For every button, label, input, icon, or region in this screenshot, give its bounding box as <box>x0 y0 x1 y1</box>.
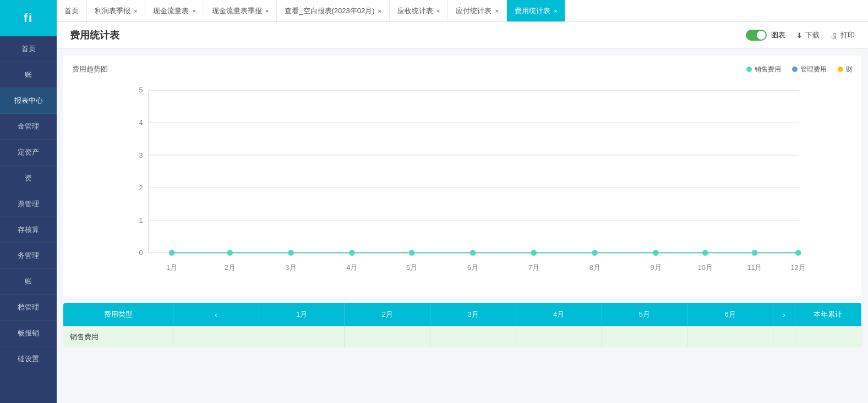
table-row: 销售费用 <box>63 326 861 347</box>
download-button[interactable]: ⬇ 下载 <box>796 30 820 40</box>
sidebar-item-files[interactable]: 档管理 <box>0 295 57 321</box>
tab-payable-close[interactable]: × <box>495 8 498 14</box>
sidebar-item-sales[interactable]: 畅报销 <box>0 321 57 346</box>
chart-toggle[interactable] <box>746 30 767 41</box>
svg-text:10月: 10月 <box>698 264 713 272</box>
svg-text:9月: 9月 <box>650 264 661 272</box>
next-icon[interactable]: › <box>783 311 785 319</box>
print-label: 打印 <box>840 30 855 40</box>
prev-icon[interactable]: ‹ <box>215 311 217 319</box>
sidebar-logo: fi <box>0 0 57 36</box>
expense-table: 费用类型 ‹ 1月 2月 3月 4月 5月 6月 › 本年累计 销售费用 <box>63 303 861 347</box>
legend-finance-label: 财 <box>846 65 853 74</box>
data-point <box>752 250 758 256</box>
col-m4: 4月 <box>516 303 602 326</box>
svg-text:1: 1 <box>139 217 143 224</box>
legend-sales-label: 销售费用 <box>755 65 781 74</box>
tab-blank-report-close[interactable]: × <box>378 8 381 14</box>
svg-text:7月: 7月 <box>528 264 539 272</box>
print-button[interactable]: 🖨 打印 <box>831 30 855 40</box>
legend-finance: 财 <box>838 65 853 74</box>
cell-m5 <box>602 327 688 347</box>
tab-cashflow-q-close[interactable]: × <box>265 8 269 14</box>
tab-receivable[interactable]: 应收统计表 × <box>390 0 448 21</box>
col-total: 本年累计 <box>795 303 861 326</box>
cell-empty-nav <box>173 327 259 347</box>
sidebar-item-reports[interactable]: 报表中心 <box>0 88 57 114</box>
tab-profit-close[interactable]: × <box>134 8 137 14</box>
sidebar-item-settings[interactable]: 础设置 <box>0 346 57 372</box>
col-type: 费用类型 <box>63 303 173 326</box>
svg-text:11月: 11月 <box>747 264 762 272</box>
tab-cashflow-q[interactable]: 现金流量表季报 × <box>204 0 277 21</box>
tab-bar: 首页 利润表季报 × 现金流量表 × 现金流量表季报 × 查看_空白报表(202… <box>57 0 868 22</box>
chart-toggle-wrap: 图表 <box>746 30 785 41</box>
sidebar-item-funds[interactable]: 金管理 <box>0 114 57 140</box>
data-point <box>470 250 476 256</box>
sidebar-item-accounts[interactable]: 账 <box>0 269 57 295</box>
sidebar-item-ledger[interactable]: 账 <box>0 62 57 88</box>
col-m2: 2月 <box>345 303 430 326</box>
data-point <box>653 250 659 256</box>
legend-admin-label: 管理费用 <box>800 65 827 74</box>
tab-profit[interactable]: 利润表季报 × <box>87 0 145 21</box>
sidebar: fi 首页 账 报表中心 金管理 定资产 资 票管理 存核算 务管理 账 档管理… <box>0 0 57 403</box>
cell-nav-empty <box>773 327 795 347</box>
legend-sales-dot <box>746 67 752 72</box>
col-m3: 3月 <box>430 303 516 326</box>
sidebar-item-inventory[interactable]: 存核算 <box>0 217 57 243</box>
data-point <box>795 250 801 256</box>
chart-toggle-label: 图表 <box>771 30 785 40</box>
svg-text:12月: 12月 <box>791 264 806 272</box>
cell-m6 <box>687 327 773 347</box>
tab-receivable-close[interactable]: × <box>436 8 440 14</box>
chart-section: 费用趋势图 销售费用 管理费用 财 <box>63 56 861 296</box>
svg-text:8月: 8月 <box>589 264 600 272</box>
data-point <box>531 250 537 256</box>
page-header: 费用统计表 图表 ⬇ 下载 🖨 打印 <box>57 22 868 49</box>
sidebar-item-home[interactable]: 首页 <box>0 36 57 62</box>
sidebar-item-services[interactable]: 务管理 <box>0 243 57 269</box>
cell-m4 <box>516 327 602 347</box>
chart-container: 0 1 2 3 4 5 1月 2月 3月 4月 5月 6月 7月 8月 9月 <box>72 79 853 288</box>
trend-chart: 0 1 2 3 4 5 1月 2月 3月 4月 5月 6月 7月 8月 9月 <box>72 79 853 288</box>
svg-text:6月: 6月 <box>467 264 478 272</box>
svg-text:4月: 4月 <box>346 264 357 272</box>
header-actions: 图表 ⬇ 下载 🖨 打印 <box>746 30 855 41</box>
tab-expense[interactable]: 费用统计表 × <box>507 0 565 21</box>
svg-text:5: 5 <box>139 86 143 94</box>
data-point <box>409 250 415 256</box>
svg-text:5月: 5月 <box>406 264 417 272</box>
col-m6: 6月 <box>687 303 773 326</box>
tab-blank-report[interactable]: 查看_空白报表(2023年02月) × <box>277 0 390 21</box>
main-area: 首页 利润表季报 × 现金流量表 × 现金流量表季报 × 查看_空白报表(202… <box>57 0 868 403</box>
svg-text:0: 0 <box>139 249 143 257</box>
tab-expense-close[interactable]: × <box>554 8 557 14</box>
sidebar-item-bills[interactable]: 票管理 <box>0 191 57 217</box>
data-point <box>702 250 708 256</box>
svg-text:2月: 2月 <box>225 264 236 272</box>
content-area: 费用统计表 图表 ⬇ 下载 🖨 打印 费用趋势图 <box>57 22 868 403</box>
col-m5: 5月 <box>602 303 688 326</box>
tab-cashflow-close[interactable]: × <box>192 8 195 14</box>
tab-payable[interactable]: 应付统计表 × <box>448 0 506 21</box>
tab-home[interactable]: 首页 <box>57 0 87 21</box>
cell-type: 销售费用 <box>63 327 173 347</box>
legend-admin-dot <box>792 67 798 72</box>
cell-total <box>795 327 861 347</box>
cell-m1 <box>259 327 345 347</box>
data-point <box>592 250 598 256</box>
cell-m3 <box>430 327 516 347</box>
data-point <box>288 250 294 256</box>
svg-text:3: 3 <box>139 152 143 159</box>
col-m1: 1月 <box>259 303 345 326</box>
sidebar-item-resources[interactable]: 资 <box>0 165 57 191</box>
legend-admin: 管理费用 <box>792 65 827 74</box>
sidebar-item-fixed-assets[interactable]: 定资产 <box>0 140 57 165</box>
table-header-row: 费用类型 ‹ 1月 2月 3月 4月 5月 6月 › 本年累计 <box>63 303 861 326</box>
col-nav-prev[interactable]: ‹ <box>173 303 259 326</box>
col-nav-next[interactable]: › <box>773 303 795 326</box>
tab-cashflow[interactable]: 现金流量表 × <box>145 0 204 21</box>
legend-sales: 销售费用 <box>746 65 781 74</box>
data-point <box>169 250 175 256</box>
